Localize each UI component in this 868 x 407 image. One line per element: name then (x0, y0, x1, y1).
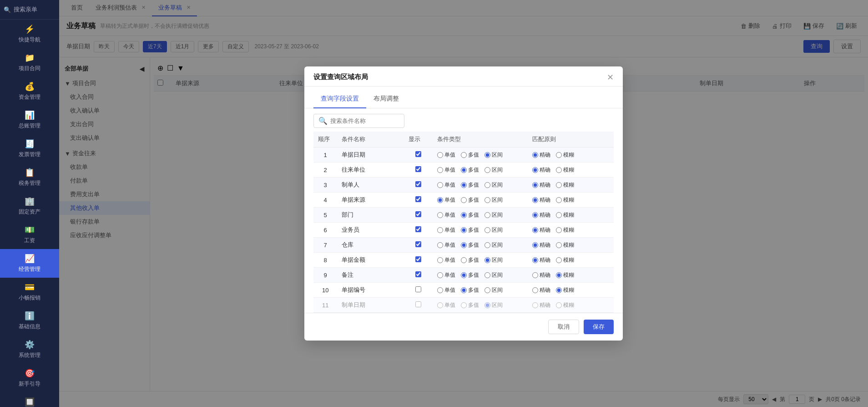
radio-fuzzy-2[interactable]: 模糊 (556, 181, 574, 189)
modal-search-box[interactable]: 🔍 (313, 114, 404, 128)
radio-fuzzy-5[interactable]: 模糊 (556, 226, 574, 234)
cell-show[interactable] (404, 193, 433, 208)
cell-show[interactable] (404, 238, 433, 253)
radio-exact-8[interactable]: 精确 (532, 271, 550, 279)
show-checkbox-5[interactable] (415, 226, 421, 232)
sidebar-item-10[interactable]: ℹ️ 基础信息 (0, 306, 59, 335)
radio-range-2[interactable]: 区间 (484, 181, 503, 189)
radio-multi-7[interactable]: 多值 (461, 256, 479, 264)
show-checkbox-6[interactable] (415, 241, 421, 247)
cell-show[interactable] (404, 163, 433, 178)
sidebar-item-4[interactable]: 🧾 发票管理 (0, 134, 59, 163)
radio-exact-6[interactable]: 精确 (532, 241, 550, 249)
radio-fuzzy-9[interactable]: 模糊 (556, 286, 574, 294)
radio-multi-3[interactable]: 多值 (461, 196, 479, 204)
radio-exact-3[interactable]: 精确 (532, 196, 550, 204)
sidebar-item-11[interactable]: ⚙️ 系统管理 (0, 335, 59, 364)
show-checkbox-9[interactable] (415, 286, 421, 292)
radio-fuzzy-8[interactable]: 模糊 (556, 271, 574, 279)
radio-single-2[interactable]: 单值 (437, 181, 455, 189)
radio-range-1[interactable]: 区间 (484, 166, 503, 174)
radio-single-7[interactable]: 单值 (437, 256, 455, 264)
sidebar-item-5[interactable]: 📋 税务管理 (0, 163, 59, 192)
radio-range-3[interactable]: 区间 (484, 196, 503, 204)
radio-multi-4[interactable]: 多值 (461, 211, 479, 219)
sidebar-item-0[interactable]: ⚡ 快捷导航 (0, 20, 59, 48)
radio-single-4[interactable]: 单值 (437, 211, 455, 219)
radio-fuzzy-7[interactable]: 模糊 (556, 256, 574, 264)
radio-exact-5[interactable]: 精确 (532, 226, 550, 234)
show-checkbox-7[interactable] (415, 256, 421, 262)
radio-range-5[interactable]: 区间 (484, 226, 503, 234)
radio-multi-10[interactable]: 多值 (461, 301, 479, 309)
radio-range-8[interactable]: 区间 (484, 271, 503, 279)
radio-exact-1[interactable]: 精确 (532, 166, 550, 174)
radio-multi-9[interactable]: 多值 (461, 286, 479, 294)
sidebar-item-2[interactable]: 💰 资金管理 (0, 77, 59, 106)
radio-single-6[interactable]: 单值 (437, 241, 455, 249)
radio-exact-9[interactable]: 精确 (532, 286, 550, 294)
radio-single-0[interactable]: 单值 (437, 151, 455, 159)
cell-show[interactable] (404, 178, 433, 193)
cell-show[interactable] (404, 148, 433, 163)
modal-close-button[interactable]: ✕ (607, 73, 614, 81)
radio-exact-0[interactable]: 精确 (532, 151, 550, 159)
show-checkbox-8[interactable] (415, 271, 421, 277)
radio-range-6[interactable]: 区间 (484, 241, 503, 249)
radio-fuzzy-1[interactable]: 模糊 (556, 166, 574, 174)
radio-range-9[interactable]: 区间 (484, 286, 503, 294)
modal-search-input[interactable] (330, 117, 399, 124)
modal-tab-layout[interactable]: 布局调整 (366, 92, 406, 108)
radio-range-0[interactable]: 区间 (484, 151, 503, 159)
show-checkbox-2[interactable] (415, 181, 421, 187)
cell-show[interactable] (404, 223, 433, 238)
cell-show[interactable] (404, 283, 433, 298)
sidebar-item-12[interactable]: 🎯 新手引导 (0, 364, 59, 392)
cell-show[interactable] (404, 298, 433, 313)
radio-exact-7[interactable]: 精确 (532, 256, 550, 264)
radio-multi-0[interactable]: 多值 (461, 151, 479, 159)
sidebar-item-1[interactable]: 📁 项目合同 (0, 48, 59, 77)
radio-fuzzy-4[interactable]: 模糊 (556, 211, 574, 219)
radio-single-5[interactable]: 单值 (437, 226, 455, 234)
radio-single-8[interactable]: 单值 (437, 271, 455, 279)
radio-range-10[interactable]: 区间 (484, 301, 503, 309)
radio-single-1[interactable]: 单值 (437, 166, 455, 174)
show-checkbox-10[interactable] (415, 301, 421, 307)
sidebar-item-3[interactable]: 📊 总账管理 (0, 106, 59, 134)
radio-single-3[interactable]: 单值 (437, 196, 455, 204)
radio-fuzzy-0[interactable]: 模糊 (556, 151, 574, 159)
modal-tab-fields[interactable]: 查询字段设置 (313, 92, 366, 108)
radio-exact-10[interactable]: 精确 (532, 301, 550, 309)
radio-exact-4[interactable]: 精确 (532, 211, 550, 219)
radio-fuzzy-10[interactable]: 模糊 (556, 301, 574, 309)
radio-range-4[interactable]: 区间 (484, 211, 503, 219)
radio-fuzzy-6[interactable]: 模糊 (556, 241, 574, 249)
radio-single-10[interactable]: 单值 (437, 301, 455, 309)
show-checkbox-1[interactable] (415, 166, 421, 172)
radio-single-9[interactable]: 单值 (437, 286, 455, 294)
radio-multi-2[interactable]: 多值 (461, 181, 479, 189)
cell-show[interactable] (404, 268, 433, 283)
radio-multi-8[interactable]: 多值 (461, 271, 479, 279)
cell-show[interactable] (404, 208, 433, 223)
radio-multi-1[interactable]: 多值 (461, 166, 479, 174)
modal-save-button[interactable]: 保存 (584, 320, 614, 334)
show-checkbox-0[interactable] (415, 151, 421, 157)
radio-fuzzy-3[interactable]: 模糊 (556, 196, 574, 204)
sidebar-item-8[interactable]: 📈 经营管理 (0, 249, 59, 278)
radio-range-7[interactable]: 区间 (484, 256, 503, 264)
search-nav-button[interactable]: 🔍 搜索亲单 (4, 5, 56, 14)
cancel-button[interactable]: 取消 (548, 320, 579, 334)
show-checkbox-4[interactable] (415, 211, 421, 217)
sidebar-item-9[interactable]: 💳 小畅报销 (0, 278, 59, 306)
radio-multi-5[interactable]: 多值 (461, 226, 479, 234)
sidebar-item-13[interactable]: 🔲 应用中心 (0, 392, 59, 407)
sidebar-top[interactable]: 🔍 搜索亲单 (0, 0, 59, 20)
radio-multi-6[interactable]: 多值 (461, 241, 479, 249)
sidebar-item-6[interactable]: 🏢 固定资产 (0, 192, 59, 220)
sidebar-item-7[interactable]: 💵 工资 (0, 220, 59, 249)
cell-show[interactable] (404, 253, 433, 268)
radio-exact-2[interactable]: 精确 (532, 181, 550, 189)
show-checkbox-3[interactable] (415, 196, 421, 202)
